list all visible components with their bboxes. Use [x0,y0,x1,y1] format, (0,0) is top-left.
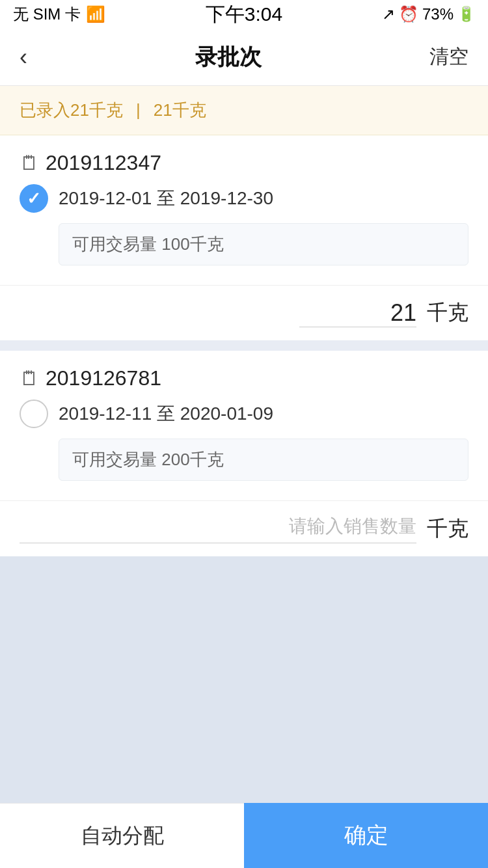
recorded-label: 已录入21千克 [20,99,123,122]
doc-icon-2: 🗒 [20,368,39,390]
batch-date-row-1: 2019-12-01 至 2019-12-30 [20,184,468,213]
quantity-unit-1: 千克 [427,299,468,327]
batch-id-2: 2019126781 [46,366,161,390]
batch-header-1: 🗒 2019112347 [20,151,468,175]
confirm-button[interactable]: 确定 [244,803,488,868]
quantity-unit-2: 千克 [427,515,468,543]
wifi-icon: 📶 [86,5,105,23]
batch-item-2: 🗒 2019126781 2019-12-11 至 2020-01-09 可用交… [0,351,488,501]
total-label: 21千克 [154,99,206,122]
batch-checkbox-2[interactable] [20,400,48,428]
batch-item-1: 🗒 2019112347 2019-12-01 至 2019-12-30 可用交… [0,135,488,286]
batch-header-2: 🗒 2019126781 [20,366,468,390]
batch-date-2: 2019-12-11 至 2020-01-09 [59,401,273,426]
auto-distribute-button[interactable]: 自动分配 [0,803,244,868]
batch-available-1: 可用交易量 100千克 [59,223,468,265]
status-left: 无 SIM 卡 📶 [13,4,105,25]
batch-date-row-2: 2019-12-11 至 2020-01-09 [20,400,468,428]
quantity-row-1: 21 千克 [0,286,488,340]
quantity-placeholder-2[interactable]: 请输入销售数量 [20,514,416,539]
quantity-input-row-2: 请输入销售数量 千克 [0,501,488,556]
section-divider [0,340,488,351]
quantity-value-1[interactable]: 21 [299,299,416,327]
quantity-number-1: 21 [390,299,416,326]
back-button[interactable]: ‹ [20,44,27,71]
batch-available-2: 可用交易量 200千克 [59,439,468,481]
carrier-text: 无 SIM 卡 [13,4,81,25]
batch-checkbox-1[interactable] [20,184,48,213]
page-title: 录批次 [195,42,262,72]
batch-id-1: 2019112347 [46,151,161,175]
status-bar: 无 SIM 卡 📶 下午3:04 ↗ ⏰ 73% 🔋 [0,0,488,29]
footer: 自动分配 确定 [0,803,488,868]
status-time: 下午3:04 [206,1,282,28]
batch-date-1: 2019-12-01 至 2019-12-30 [59,186,273,211]
doc-icon-1: 🗒 [20,152,39,174]
batch-list: 🗒 2019112347 2019-12-01 至 2019-12-30 可用交… [0,135,488,556]
summary-divider: | [136,100,141,120]
status-right: ↗ ⏰ 73% 🔋 [382,5,475,23]
nav-bar: ‹ 录批次 清空 [0,29,488,86]
clear-button[interactable]: 清空 [429,44,468,70]
alarm-icon: ⏰ [399,5,418,23]
summary-banner: 已录入21千克 | 21千克 [0,86,488,135]
location-icon: ↗ [382,5,395,23]
battery-text: 73% [422,5,454,23]
battery-icon: 🔋 [457,6,475,23]
